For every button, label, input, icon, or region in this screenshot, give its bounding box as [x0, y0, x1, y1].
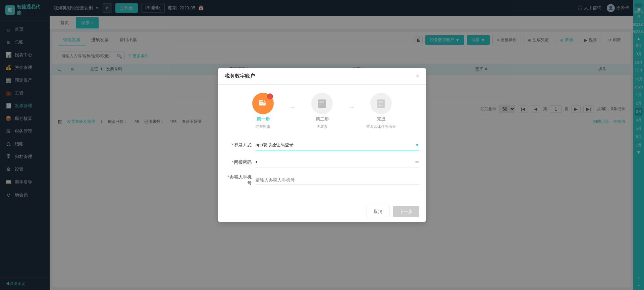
modal-title: 税务数字账户: [225, 73, 255, 79]
svg-rect-12: [378, 104, 382, 104]
svg-rect-2: [260, 103, 264, 103]
svg-rect-7: [319, 102, 324, 103]
step-1-icon: ★ !: [252, 93, 274, 114]
step-3-title: 完成: [377, 116, 385, 122]
svg-rect-1: [260, 101, 263, 102]
password-input[interactable]: [256, 159, 415, 165]
step-arrow-2: →: [348, 103, 355, 119]
step-1-desc: 完善账密: [256, 124, 270, 129]
cancel-button[interactable]: 取消: [367, 206, 389, 217]
tax-digital-account-modal: 税务数字账户 × ★ !: [218, 68, 426, 222]
form-row-password: 网报密码 👁: [225, 157, 419, 167]
step-arrow-1: →: [289, 103, 296, 119]
form-row-phone: 办税人手机号: [225, 174, 419, 186]
login-method-arrow-icon: ▼: [415, 143, 419, 148]
toggle-password-icon[interactable]: 👁: [415, 160, 419, 165]
form-row-login-method: 登录方式 app获取验证码登录 ▼: [225, 140, 419, 150]
next-step-button[interactable]: 下一步: [393, 206, 419, 217]
step-3: 完成 查看具体任务结果: [358, 93, 405, 129]
svg-rect-8: [319, 104, 323, 104]
login-method-value: app获取验证码登录: [256, 142, 293, 148]
step-2-desc: 去取票: [317, 124, 328, 129]
step-1: ★ ! 第一步 完善账密: [239, 93, 286, 129]
svg-rect-13: [378, 105, 382, 106]
step-3-desc: 查看具体任务结果: [366, 124, 396, 129]
svg-text:★: ★: [263, 100, 266, 103]
login-method-select[interactable]: app获取验证码登录 ▼: [256, 140, 419, 150]
step-3-icon: [370, 93, 392, 114]
login-method-label: 登录方式: [225, 142, 252, 148]
step-2: 第二步 去取票: [299, 93, 345, 129]
step-2-title: 第二步: [316, 116, 329, 122]
modal-header: 税务数字账户 ×: [218, 68, 426, 85]
modal-close-button[interactable]: ×: [416, 73, 419, 80]
step-1-title: 第一步: [257, 116, 270, 122]
password-field-container: 👁: [256, 157, 419, 167]
password-label: 网报密码: [225, 159, 252, 165]
modal-overlay[interactable]: 税务数字账户 × ★ !: [0, 0, 644, 290]
modal-body: ★ ! 第一步 完善账密 →: [218, 85, 426, 201]
phone-label: 办税人手机号: [225, 174, 252, 186]
step-1-badge: !: [267, 93, 273, 99]
svg-rect-6: [319, 101, 324, 101]
modal-footer: 取消 下一步: [218, 201, 426, 222]
phone-input[interactable]: [256, 177, 419, 183]
step-2-icon: [311, 93, 333, 114]
phone-field-container: [256, 175, 419, 185]
modal-form: 登录方式 app获取验证码登录 ▼ 网报密码 👁 办税人手机: [225, 140, 419, 186]
steps-indicator: ★ ! 第一步 完善账密 →: [225, 93, 419, 129]
svg-rect-10: [378, 101, 383, 101]
svg-rect-11: [378, 102, 383, 103]
